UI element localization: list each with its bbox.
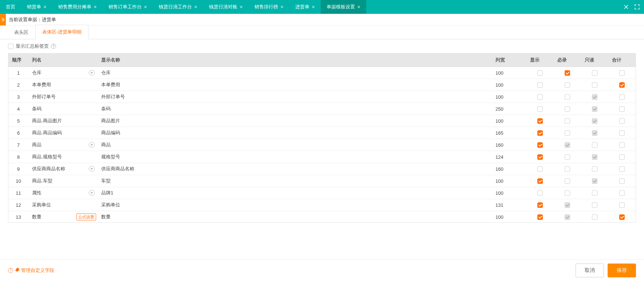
table-row[interactable]: 1仓库+仓库100: [8, 67, 636, 79]
cell-display-name[interactable]: 商品编码: [98, 127, 492, 139]
readonly-checkbox[interactable]: [592, 190, 597, 196]
close-icon[interactable]: ✕: [94, 5, 97, 9]
required-checkbox[interactable]: [565, 190, 570, 196]
cell-width[interactable]: 100: [492, 91, 526, 103]
total-checkbox[interactable]: [619, 118, 625, 124]
close-icon[interactable]: ✕: [280, 5, 284, 9]
table-row[interactable]: 9供应商商品名称+供应商商品名称160: [8, 163, 636, 175]
required-checkbox[interactable]: [565, 70, 570, 76]
close-icon[interactable]: ✕: [312, 5, 315, 9]
table-scroll[interactable]: 顺序 列名 显示名称 列宽 显示 必录 只读 合计 1仓库+仓库1002本单费用…: [8, 53, 636, 223]
cell-display-name[interactable]: 条码: [98, 103, 492, 115]
required-checkbox[interactable]: [565, 82, 570, 88]
required-checkbox[interactable]: [565, 118, 570, 124]
top-tab[interactable]: 销售订单工作台✕: [103, 0, 153, 14]
cell-width[interactable]: 160: [492, 163, 526, 175]
show-checkbox[interactable]: [537, 214, 543, 220]
sub-tab[interactable]: 表体区-进货单明细: [35, 25, 88, 39]
cell-display-name[interactable]: 数量: [98, 211, 492, 223]
top-tab[interactable]: 首页: [0, 0, 21, 14]
required-checkbox[interactable]: [565, 106, 570, 112]
readonly-checkbox[interactable]: [592, 70, 597, 76]
cell-width[interactable]: 100: [492, 67, 526, 79]
footer-help-icon[interactable]: ?: [8, 268, 13, 273]
close-icon[interactable]: ✕: [194, 5, 197, 9]
top-tab[interactable]: 钱货日清工作台✕: [153, 0, 203, 14]
show-checkbox[interactable]: [537, 130, 543, 136]
table-row[interactable]: 10商品.车型车型100: [8, 175, 636, 187]
add-icon[interactable]: +: [89, 166, 95, 172]
add-icon[interactable]: +: [89, 142, 95, 148]
cell-display-name[interactable]: 外部订单号: [98, 91, 492, 103]
table-row[interactable]: 7商品+商品160: [8, 139, 636, 151]
close-icon[interactable]: ✕: [357, 5, 360, 9]
required-checkbox[interactable]: [565, 130, 570, 136]
expand-sidebar-button[interactable]: [0, 14, 6, 25]
total-checkbox[interactable]: [619, 166, 625, 172]
total-checkbox[interactable]: [619, 106, 625, 112]
cell-width[interactable]: 100: [492, 79, 526, 91]
show-checkbox[interactable]: [537, 118, 543, 124]
top-tab[interactable]: 销货单✕: [21, 0, 52, 14]
cell-width[interactable]: 165: [492, 127, 526, 139]
top-tab[interactable]: 钱货日清对账✕: [203, 0, 249, 14]
top-tab[interactable]: 销售费用分摊单✕: [52, 0, 103, 14]
show-checkbox[interactable]: [537, 106, 543, 112]
cell-display-name[interactable]: 车型: [98, 175, 492, 187]
show-checkbox[interactable]: [537, 82, 543, 88]
close-all-icon[interactable]: [622, 3, 630, 11]
readonly-checkbox[interactable]: [592, 214, 597, 220]
total-checkbox[interactable]: [619, 214, 625, 220]
table-row[interactable]: 11属性+品牌1100: [8, 187, 636, 199]
required-checkbox[interactable]: [565, 166, 570, 172]
readonly-checkbox[interactable]: [592, 142, 597, 148]
sub-tab[interactable]: 表头区: [7, 25, 35, 39]
show-summary-checkbox[interactable]: [8, 44, 13, 49]
readonly-checkbox[interactable]: [592, 82, 597, 88]
total-checkbox[interactable]: [619, 82, 625, 88]
total-checkbox[interactable]: [619, 154, 625, 160]
cell-display-name[interactable]: 供应商商品名称: [98, 163, 492, 175]
show-checkbox[interactable]: [537, 178, 543, 184]
required-checkbox[interactable]: [565, 94, 570, 100]
show-checkbox[interactable]: [537, 202, 543, 208]
close-icon[interactable]: ✕: [43, 5, 47, 9]
show-checkbox[interactable]: [537, 166, 543, 172]
cell-display-name[interactable]: 商品: [98, 139, 492, 151]
show-checkbox[interactable]: [537, 142, 543, 148]
save-button[interactable]: 保存: [608, 264, 636, 277]
add-icon[interactable]: +: [89, 190, 95, 196]
table-row[interactable]: 8商品.规格型号规格型号124: [8, 151, 636, 163]
close-icon[interactable]: ✕: [240, 5, 243, 9]
cell-display-name[interactable]: 本单费用: [98, 79, 492, 91]
total-checkbox[interactable]: [619, 94, 625, 100]
fullscreen-icon[interactable]: [633, 3, 641, 11]
table-row[interactable]: 4条码条码250: [8, 103, 636, 115]
total-checkbox[interactable]: [619, 178, 625, 184]
cell-width[interactable]: 100: [492, 187, 526, 199]
cell-width[interactable]: 124: [492, 151, 526, 163]
cell-display-name[interactable]: 仓库: [98, 67, 492, 79]
readonly-checkbox[interactable]: [592, 202, 597, 208]
total-checkbox[interactable]: [619, 130, 625, 136]
show-checkbox[interactable]: [537, 190, 543, 196]
manage-custom-fields-link[interactable]: 管理自定义字段: [21, 267, 54, 274]
total-checkbox[interactable]: [619, 70, 625, 76]
cell-width[interactable]: 100: [492, 115, 526, 127]
show-checkbox[interactable]: [537, 154, 543, 160]
total-checkbox[interactable]: [619, 142, 625, 148]
cell-display-name[interactable]: 商品图片: [98, 115, 492, 127]
cancel-button[interactable]: 取消: [576, 264, 604, 277]
add-icon[interactable]: +: [89, 70, 95, 76]
show-checkbox[interactable]: [537, 70, 543, 76]
table-row[interactable]: 3外部订单号外部订单号100: [8, 91, 636, 103]
top-tab[interactable]: 销售排行榜✕: [249, 0, 289, 14]
cell-display-name[interactable]: 采购单位: [98, 199, 492, 211]
total-checkbox[interactable]: [619, 202, 625, 208]
formula-button[interactable]: 公式设置: [76, 214, 96, 221]
cell-width[interactable]: 131: [492, 199, 526, 211]
readonly-checkbox[interactable]: [592, 166, 597, 172]
table-row[interactable]: 13数量公式设置数量100: [8, 211, 636, 223]
cell-width[interactable]: 100: [492, 175, 526, 187]
table-row[interactable]: 5商品.商品图片商品图片100: [8, 115, 636, 127]
